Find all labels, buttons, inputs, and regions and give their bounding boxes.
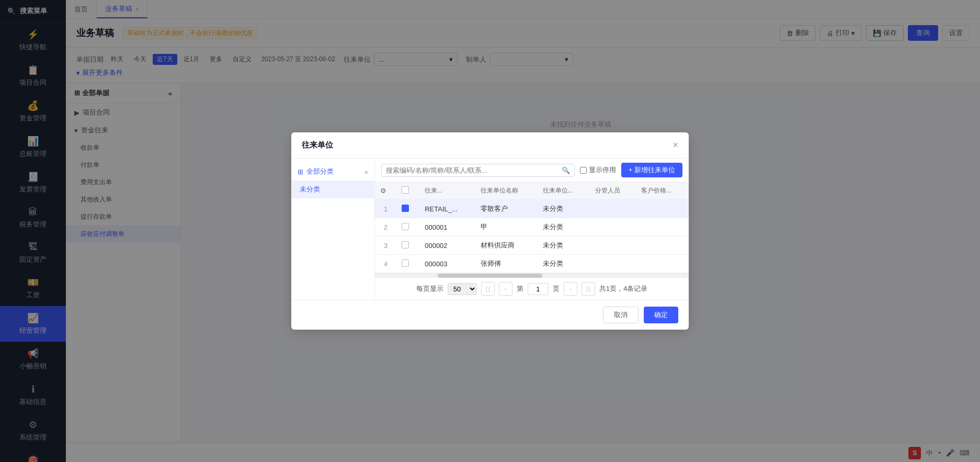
per-page-label: 每页显示 bbox=[416, 284, 443, 294]
th-checkbox bbox=[396, 182, 419, 200]
dialog-overlay: 往来单位 × ⊞ 全部分类 « 未分类 bbox=[0, 0, 980, 462]
row-name: 张师傅 bbox=[475, 255, 538, 273]
cat-label: 未分类 bbox=[300, 185, 320, 193]
per-page-select[interactable]: 50 100 bbox=[448, 283, 477, 295]
table-row[interactable]: 1 RETAIL_... 零散客户 未分类 bbox=[375, 200, 689, 218]
row-category: 未分类 bbox=[538, 218, 590, 236]
row-price-level bbox=[636, 200, 689, 218]
partner-dialog: 往来单位 × ⊞ 全部分类 « 未分类 bbox=[291, 132, 689, 330]
add-partner-button[interactable]: + 新增往来单位 bbox=[621, 163, 682, 177]
page-suffix: 页 bbox=[553, 284, 560, 294]
th-code: 往来... bbox=[419, 182, 475, 200]
th-name: 往来单位名称 bbox=[475, 182, 538, 200]
search-box: 🔍 bbox=[381, 164, 575, 177]
table-row[interactable]: 3 000002 材料供应商 未分类 bbox=[375, 236, 689, 255]
th-category: 往来单位... bbox=[538, 182, 590, 200]
row-select-cb[interactable] bbox=[402, 241, 409, 249]
show-disabled-label[interactable]: 显示停用 bbox=[580, 165, 616, 175]
next-page-btn[interactable]: › bbox=[564, 282, 577, 296]
pagination: 每页显示 50 100 ⟨⟨ ‹ 第 页 › ⟩⟩ 共1页，4条记录 bbox=[375, 277, 689, 300]
row-num: 4 bbox=[375, 255, 396, 273]
row-category: 未分类 bbox=[538, 200, 590, 218]
confirm-button[interactable]: 确定 bbox=[644, 307, 678, 323]
dialog-title: 往来单位 bbox=[302, 140, 333, 150]
row-code: RETAIL_... bbox=[419, 200, 475, 218]
page-number-input[interactable] bbox=[528, 283, 549, 295]
row-category: 未分类 bbox=[538, 255, 590, 273]
scroll-thumb[interactable] bbox=[438, 274, 542, 278]
row-manager bbox=[590, 255, 636, 273]
row-code: 000003 bbox=[419, 255, 475, 273]
th-price-level: 客户价格... bbox=[636, 182, 689, 200]
partner-table: ⚙ 往来... 往来单位名称 往来单位... 分管人员 客户价格... 1 bbox=[375, 182, 689, 273]
total-info: 共1页，4条记录 bbox=[599, 284, 647, 294]
table-row[interactable]: 2 000001 甲 未分类 bbox=[375, 218, 689, 236]
th-manager: 分管人员 bbox=[590, 182, 636, 200]
prev-page-btn[interactable]: ‹ bbox=[499, 282, 512, 296]
search-icon: 🔍 bbox=[562, 166, 570, 174]
dialog-right: 🔍 显示停用 + 新增往来单位 ⚙ bbox=[375, 159, 689, 300]
show-disabled-checkbox[interactable] bbox=[580, 167, 587, 174]
category-all-header[interactable]: ⊞ 全部分类 « bbox=[291, 163, 374, 181]
row-price-level bbox=[636, 218, 689, 236]
row-price-level bbox=[636, 255, 689, 273]
row-num: 1 bbox=[375, 200, 396, 218]
page-label: 第 bbox=[517, 284, 523, 294]
row-manager bbox=[590, 218, 636, 236]
category-unclassified[interactable]: 未分类 bbox=[291, 181, 374, 198]
table-header-row: ⚙ 往来... 往来单位名称 往来单位... 分管人员 客户价格... bbox=[375, 182, 689, 200]
grid-icon: ⊞ bbox=[298, 168, 303, 176]
dialog-footer: 取消 确定 bbox=[291, 300, 689, 330]
row-manager bbox=[590, 236, 636, 255]
row-select-cb[interactable] bbox=[402, 223, 409, 230]
th-settings: ⚙ bbox=[375, 182, 396, 200]
first-page-btn[interactable]: ⟨⟨ bbox=[481, 282, 495, 296]
row-price-level bbox=[636, 236, 689, 255]
row-name: 甲 bbox=[475, 218, 538, 236]
row-code: 000002 bbox=[419, 236, 475, 255]
row-category: 未分类 bbox=[538, 236, 590, 255]
cancel-button[interactable]: 取消 bbox=[603, 307, 639, 323]
row-select-cb[interactable] bbox=[402, 205, 409, 212]
row-num: 3 bbox=[375, 236, 396, 255]
dialog-categories: ⊞ 全部分类 « 未分类 bbox=[291, 159, 375, 300]
row-num: 2 bbox=[375, 218, 396, 236]
row-select-cb[interactable] bbox=[402, 260, 409, 267]
search-input[interactable] bbox=[386, 166, 559, 174]
row-checkbox[interactable] bbox=[396, 236, 419, 255]
collapse-btn[interactable]: « bbox=[364, 168, 368, 176]
dialog-toolbar: 🔍 显示停用 + 新增往来单位 bbox=[375, 159, 689, 182]
last-page-btn[interactable]: ⟩⟩ bbox=[582, 282, 595, 296]
row-name: 零散客户 bbox=[475, 200, 538, 218]
row-name: 材料供应商 bbox=[475, 236, 538, 255]
row-checkbox[interactable] bbox=[396, 255, 419, 273]
dialog-table: ⚙ 往来... 往来单位名称 往来单位... 分管人员 客户价格... 1 bbox=[375, 182, 689, 273]
horizontal-scrollbar[interactable] bbox=[375, 273, 689, 277]
dialog-close-button[interactable]: × bbox=[673, 140, 678, 151]
row-code: 000001 bbox=[419, 218, 475, 236]
row-checkbox[interactable] bbox=[396, 200, 419, 218]
select-all-checkbox[interactable] bbox=[402, 186, 409, 194]
dialog-header: 往来单位 × bbox=[291, 132, 689, 159]
row-checkbox[interactable] bbox=[396, 218, 419, 236]
dialog-body: ⊞ 全部分类 « 未分类 🔍 显示停用 bbox=[291, 159, 689, 300]
row-manager bbox=[590, 200, 636, 218]
table-row[interactable]: 4 000003 张师傅 未分类 bbox=[375, 255, 689, 273]
settings-icon: ⚙ bbox=[380, 187, 386, 195]
